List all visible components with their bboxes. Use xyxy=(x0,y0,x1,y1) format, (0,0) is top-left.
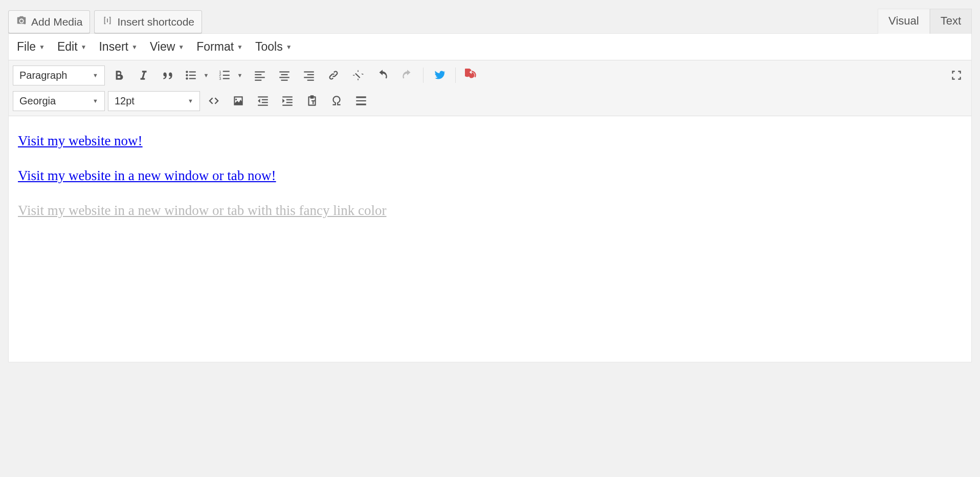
menu-file[interactable]: File▼ xyxy=(14,37,48,57)
source-code-button[interactable] xyxy=(203,90,225,112)
restore-button[interactable] xyxy=(461,64,482,86)
svg-rect-14 xyxy=(255,77,265,78)
svg-rect-5 xyxy=(189,78,196,79)
editor-box: File▼ Edit▼ Insert▼ View▼ Format▼ Tools▼… xyxy=(8,33,972,362)
menu-edit[interactable]: Edit▼ xyxy=(54,37,90,57)
paragraph-select-label: Paragraph xyxy=(19,70,67,81)
svg-rect-1 xyxy=(189,71,196,72)
svg-rect-19 xyxy=(281,80,288,81)
toolbar: Paragraph ▼ ▼ 123 ▼ xyxy=(9,60,971,116)
indent-button[interactable] xyxy=(277,90,298,112)
align-left-button[interactable] xyxy=(249,64,271,86)
bullet-list-dropdown[interactable]: ▼ xyxy=(200,64,212,86)
read-more-button[interactable] xyxy=(350,90,372,112)
image-button[interactable] xyxy=(228,90,249,112)
svg-rect-9 xyxy=(223,75,230,76)
svg-rect-27 xyxy=(258,105,268,106)
bold-button[interactable] xyxy=(108,64,129,86)
svg-rect-7 xyxy=(223,71,230,72)
menubar: File▼ Edit▼ Insert▼ View▼ Format▼ Tools▼ xyxy=(9,34,971,60)
editor-tabs: Visual Text xyxy=(878,8,972,33)
toolbar-row-2: Georgia ▼ 12pt ▼ xyxy=(13,90,967,116)
menu-tools[interactable]: Tools▼ xyxy=(252,37,295,57)
tab-visual[interactable]: Visual xyxy=(878,9,930,34)
chevron-down-icon: ▼ xyxy=(237,44,243,51)
menu-insert[interactable]: Insert▼ xyxy=(96,37,140,57)
svg-rect-15 xyxy=(255,80,261,81)
svg-rect-12 xyxy=(255,71,265,72)
menu-format[interactable]: Format▼ xyxy=(193,37,246,57)
paragraph-select[interactable]: Paragraph ▼ xyxy=(13,66,105,85)
svg-rect-33 xyxy=(356,100,366,101)
italic-button[interactable] xyxy=(132,64,154,86)
svg-rect-30 xyxy=(286,102,293,103)
toolbar-row-1: Paragraph ▼ ▼ 123 ▼ xyxy=(13,64,967,90)
blockquote-button[interactable] xyxy=(157,64,179,86)
svg-rect-17 xyxy=(281,74,288,75)
svg-rect-18 xyxy=(279,77,289,78)
fullscreen-button[interactable] xyxy=(946,64,967,86)
content-link-3[interactable]: Visit my website in a new window or tab … xyxy=(18,203,387,218)
content-link-1[interactable]: Visit my website now! xyxy=(18,133,143,148)
svg-rect-21 xyxy=(307,74,314,75)
font-size-label: 12pt xyxy=(115,95,135,107)
svg-rect-11 xyxy=(223,78,230,79)
svg-point-4 xyxy=(186,77,188,79)
chevron-down-icon: ▼ xyxy=(178,44,184,51)
insert-shortcode-button[interactable]: Insert shortcode xyxy=(94,10,202,33)
numbered-list-button[interactable]: 123 xyxy=(215,64,234,86)
svg-point-2 xyxy=(186,74,188,76)
bullet-list-split: ▼ xyxy=(182,64,212,86)
editor-content[interactable]: Visit my website now! Visit my website i… xyxy=(9,116,971,362)
chevron-down-icon: ▼ xyxy=(131,44,138,51)
camera-icon xyxy=(16,15,27,29)
link-button[interactable] xyxy=(323,64,344,86)
font-size-select[interactable]: 12pt ▼ xyxy=(108,91,200,111)
chevron-down-icon: ▼ xyxy=(188,98,193,104)
svg-point-0 xyxy=(186,71,188,73)
unlink-button[interactable] xyxy=(347,64,369,86)
separator xyxy=(423,68,424,83)
top-buttons: Add Media Insert shortcode xyxy=(8,10,202,33)
svg-rect-32 xyxy=(356,96,366,98)
svg-rect-28 xyxy=(282,96,293,97)
special-char-button[interactable] xyxy=(326,90,347,112)
redo-button[interactable] xyxy=(396,64,418,86)
numbered-list-dropdown[interactable]: ▼ xyxy=(234,64,246,86)
svg-rect-31 xyxy=(282,105,293,106)
chevron-down-icon: ▼ xyxy=(39,44,45,51)
add-media-button[interactable]: Add Media xyxy=(8,10,90,33)
add-media-label: Add Media xyxy=(31,16,82,28)
paste-text-button[interactable] xyxy=(301,90,323,112)
menu-view[interactable]: View▼ xyxy=(147,37,187,57)
bullet-list-button[interactable] xyxy=(182,64,200,86)
svg-rect-29 xyxy=(286,99,293,100)
chevron-down-icon: ▼ xyxy=(93,72,98,78)
svg-rect-16 xyxy=(279,71,289,72)
tab-text[interactable]: Text xyxy=(930,9,972,34)
svg-rect-34 xyxy=(356,103,366,105)
svg-rect-3 xyxy=(189,75,196,76)
chevron-down-icon: ▼ xyxy=(286,44,292,51)
svg-rect-22 xyxy=(304,77,314,78)
svg-rect-23 xyxy=(307,80,314,81)
outdent-button[interactable] xyxy=(252,90,274,112)
align-center-button[interactable] xyxy=(274,64,295,86)
twitter-button[interactable] xyxy=(429,64,450,86)
align-right-button[interactable] xyxy=(298,64,320,86)
separator xyxy=(455,68,456,83)
insert-shortcode-label: Insert shortcode xyxy=(117,16,194,28)
svg-rect-20 xyxy=(304,71,314,72)
numbered-list-split: 123 ▼ xyxy=(215,64,246,86)
svg-rect-25 xyxy=(262,99,268,100)
undo-button[interactable] xyxy=(372,64,393,86)
font-family-select[interactable]: Georgia ▼ xyxy=(13,91,105,111)
svg-rect-13 xyxy=(255,74,261,75)
svg-rect-24 xyxy=(258,96,268,97)
chevron-down-icon: ▼ xyxy=(93,98,98,104)
svg-rect-26 xyxy=(262,102,268,103)
svg-text:3: 3 xyxy=(219,76,221,81)
shortcode-icon xyxy=(102,15,113,29)
content-link-2[interactable]: Visit my website in a new window or tab … xyxy=(18,168,276,183)
chevron-down-icon: ▼ xyxy=(81,44,87,51)
